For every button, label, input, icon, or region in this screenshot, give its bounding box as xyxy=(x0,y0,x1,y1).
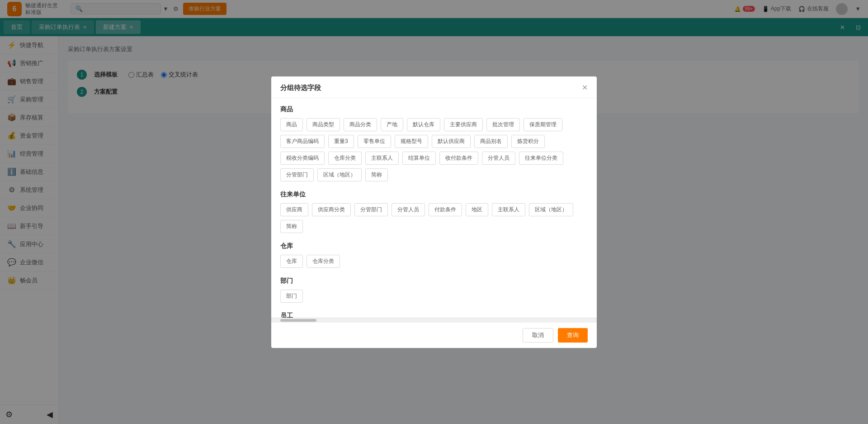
modal-hscroll-thumb xyxy=(280,319,316,322)
field-group-title-1: 往来单位 xyxy=(280,191,588,199)
field-group-title-4: 员工 xyxy=(280,312,588,318)
field-chip-1-1[interactable]: 供应商分类 xyxy=(312,203,351,216)
field-chip-0-20[interactable]: 分管人员 xyxy=(482,152,515,165)
field-chips-1: 供应商供应商分类分管部门分管人员付款条件地区主联系人区域（地区）简称 xyxy=(280,203,588,233)
field-chip-0-16[interactable]: 仓库分类 xyxy=(328,152,362,165)
field-chip-0-24[interactable]: 简称 xyxy=(365,168,388,181)
field-group-3: 部门部门 xyxy=(280,277,588,303)
field-group-4: 员工业务员 xyxy=(280,312,588,318)
field-chip-0-17[interactable]: 主联系人 xyxy=(365,152,399,165)
field-chip-1-3[interactable]: 分管人员 xyxy=(392,203,425,216)
modal-close-button[interactable]: ✕ xyxy=(582,84,588,91)
field-chips-3: 部门 xyxy=(280,290,588,303)
field-chip-0-23[interactable]: 区域（地区） xyxy=(317,168,362,181)
field-chip-0-1[interactable]: 商品类型 xyxy=(307,118,340,131)
field-chip-1-2[interactable]: 分管部门 xyxy=(354,203,388,216)
field-chip-2-1[interactable]: 仓库分类 xyxy=(307,255,340,268)
field-chip-0-12[interactable]: 默认供应商 xyxy=(432,135,471,148)
field-chip-1-8[interactable]: 简称 xyxy=(280,220,303,233)
field-chip-1-6[interactable]: 主联系人 xyxy=(492,203,525,216)
cancel-button[interactable]: 取消 xyxy=(523,328,553,343)
field-chip-0-22[interactable]: 分管部门 xyxy=(280,168,314,181)
field-chip-2-0[interactable]: 仓库 xyxy=(280,255,303,268)
field-chip-0-4[interactable]: 默认仓库 xyxy=(407,118,440,131)
modal-title: 分组待选字段 xyxy=(280,84,321,92)
field-chip-0-8[interactable]: 客户商品编码 xyxy=(280,135,325,148)
field-chip-1-0[interactable]: 供应商 xyxy=(280,203,308,216)
field-chip-0-0[interactable]: 商品 xyxy=(280,118,303,131)
confirm-button[interactable]: 查询 xyxy=(558,328,588,343)
field-chip-0-10[interactable]: 零售单位 xyxy=(358,135,391,148)
field-chip-0-3[interactable]: 产地 xyxy=(381,118,403,131)
modal-footer: 取消 查询 xyxy=(271,322,597,348)
field-chip-0-14[interactable]: 炼货积分 xyxy=(511,135,545,148)
field-group-1: 往来单位供应商供应商分类分管部门分管人员付款条件地区主联系人区域（地区）简称 xyxy=(280,191,588,233)
field-chip-0-15[interactable]: 税收分类编码 xyxy=(280,152,325,165)
field-chips-2: 仓库仓库分类 xyxy=(280,255,588,268)
field-chip-0-18[interactable]: 结算单位 xyxy=(402,152,436,165)
field-chip-0-11[interactable]: 规格型号 xyxy=(395,135,428,148)
field-group-0: 商品商品商品类型商品分类产地默认仓库主要供应商批次管理保质期管理客户商品编码重量… xyxy=(280,105,588,181)
field-selection-modal: 分组待选字段 ✕ 商品商品商品类型商品分类产地默认仓库主要供应商批次管理保质期管… xyxy=(271,76,597,348)
modal-horizontal-scrollbar[interactable] xyxy=(271,318,597,322)
field-group-title-0: 商品 xyxy=(280,105,588,114)
field-chip-0-19[interactable]: 收付款条件 xyxy=(439,152,478,165)
field-chip-0-13[interactable]: 商品别名 xyxy=(474,135,508,148)
field-chip-1-5[interactable]: 地区 xyxy=(466,203,488,216)
field-chip-0-2[interactable]: 商品分类 xyxy=(344,118,377,131)
field-chip-1-7[interactable]: 区域（地区） xyxy=(529,203,573,216)
modal-header: 分组待选字段 ✕ xyxy=(271,76,597,98)
field-chips-0: 商品商品类型商品分类产地默认仓库主要供应商批次管理保质期管理客户商品编码重量3零… xyxy=(280,118,588,181)
field-chip-0-21[interactable]: 往来单位分类 xyxy=(519,152,563,165)
modal-overlay[interactable]: 分组待选字段 ✕ 商品商品商品类型商品分类产地默认仓库主要供应商批次管理保质期管… xyxy=(0,0,868,424)
field-chip-0-7[interactable]: 保质期管理 xyxy=(524,118,562,131)
field-group-title-3: 部门 xyxy=(280,277,588,285)
field-group-2: 仓库仓库仓库分类 xyxy=(280,242,588,268)
field-chip-0-5[interactable]: 主要供应商 xyxy=(444,118,483,131)
field-group-title-2: 仓库 xyxy=(280,242,588,250)
field-chip-0-6[interactable]: 批次管理 xyxy=(486,118,520,131)
field-chip-0-9[interactable]: 重量3 xyxy=(328,135,354,148)
modal-body: 商品商品商品类型商品分类产地默认仓库主要供应商批次管理保质期管理客户商品编码重量… xyxy=(271,98,597,318)
field-chip-3-0[interactable]: 部门 xyxy=(280,290,303,303)
field-chip-1-4[interactable]: 付款条件 xyxy=(429,203,462,216)
